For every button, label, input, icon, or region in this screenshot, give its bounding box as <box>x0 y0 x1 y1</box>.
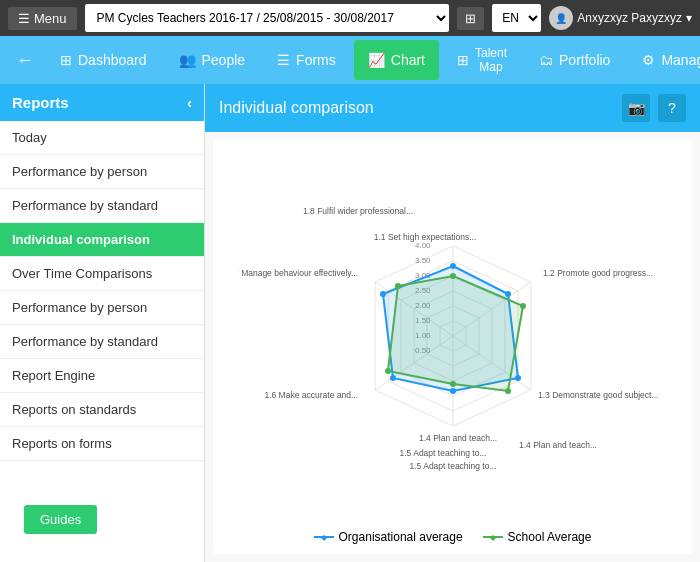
svg-point-29 <box>450 381 456 387</box>
svg-text:1.5 Adapt teaching to...: 1.5 Adapt teaching to... <box>399 448 486 458</box>
sidebar-title: Reports <box>12 94 69 111</box>
sidebar-header: Reports ‹ <box>0 84 204 121</box>
grid-icon-button[interactable]: ⊞ <box>457 7 484 30</box>
sidebar-item-reports-on-forms[interactable]: Reports on forms <box>0 427 204 461</box>
cycle-select[interactable]: PM Cycles Teachers 2016-17 / 25/08/2015 … <box>85 4 450 32</box>
legend-org-avg-label: Organisational average <box>339 530 463 544</box>
sidebar-item-perf-by-person-1[interactable]: Performance by person <box>0 155 204 189</box>
sidebar: Reports ‹ Today Performance by person Pe… <box>0 84 205 562</box>
chart-header: Individual comparison 📷 ? <box>205 84 700 132</box>
sidebar-item-perf-by-standard-1[interactable]: Performance by standard <box>0 189 204 223</box>
svg-point-20 <box>450 263 456 269</box>
sidebar-item-individual-comparison[interactable]: Individual comparison <box>0 223 204 257</box>
svg-point-21 <box>505 291 511 297</box>
tab-people[interactable]: 👥 People <box>165 40 260 80</box>
svg-text:1.8 Fulfil wider professional.: 1.8 Fulfil wider professional... <box>302 206 412 216</box>
radar-container: 4.00 3.50 3.00 2.50 2.00 1.50 1.00 0.50 <box>223 150 682 522</box>
forms-icon: ☰ <box>277 52 290 68</box>
menu-icon: ☰ <box>18 11 30 26</box>
nav-bar: ← ⊞ Dashboard 👥 People ☰ Forms 📈 Chart ⊞… <box>0 36 700 84</box>
svg-text:1.4 Plan and teach...: 1.4 Plan and teach... <box>419 433 497 443</box>
sidebar-item-reports-on-standards[interactable]: Reports on standards <box>0 393 204 427</box>
tab-portfolio[interactable]: 🗂 Portfolio <box>525 40 624 80</box>
svg-point-26 <box>450 273 456 279</box>
legend-school-avg-label: School Average <box>508 530 592 544</box>
tab-forms[interactable]: ☰ Forms <box>263 40 350 80</box>
tab-manage[interactable]: ⚙ Manage <box>628 40 700 80</box>
language-select[interactable]: EN <box>492 4 541 32</box>
tab-dashboard[interactable]: ⊞ Dashboard <box>46 40 161 80</box>
legend-org-avg: Organisational average <box>314 530 463 544</box>
legend-org-avg-line <box>314 536 334 538</box>
sidebar-item-perf-by-person-2[interactable]: Performance by person <box>0 291 204 325</box>
portfolio-icon: 🗂 <box>539 52 553 68</box>
svg-text:1.6 Make accurate and...: 1.6 Make accurate and... <box>264 390 358 400</box>
people-icon: 👥 <box>179 52 196 68</box>
user-info: 👤 Anxyzxyz Paxyzxyz ▾ <box>549 6 692 30</box>
sidebar-item-over-time[interactable]: Over Time Comparisons <box>0 257 204 291</box>
chart-body: 4.00 3.50 3.00 2.50 2.00 1.50 1.00 0.50 <box>213 140 692 554</box>
svg-text:4.00: 4.00 <box>415 241 431 250</box>
chevron-down-icon: ▾ <box>686 11 692 25</box>
gear-icon: ⚙ <box>642 52 655 68</box>
camera-button[interactable]: 📷 <box>622 94 650 122</box>
sidebar-item-perf-by-standard-2[interactable]: Performance by standard <box>0 325 204 359</box>
sidebar-item-today[interactable]: Today <box>0 121 204 155</box>
chart-title: Individual comparison <box>219 99 374 117</box>
svg-text:1.4 Plan and teach...: 1.4 Plan and teach... <box>519 440 597 450</box>
svg-point-24 <box>390 375 396 381</box>
chart-legend: Organisational average School Average <box>314 530 592 544</box>
svg-point-22 <box>515 375 521 381</box>
legend-school-avg-line <box>483 536 503 538</box>
svg-point-25 <box>380 291 386 297</box>
svg-point-31 <box>395 283 401 289</box>
radar-chart: 4.00 3.50 3.00 2.50 2.00 1.50 1.00 0.50 <box>238 186 668 486</box>
main-content: Reports ‹ Today Performance by person Pe… <box>0 84 700 562</box>
svg-text:1.2 Promote good progress...: 1.2 Promote good progress... <box>543 268 653 278</box>
tab-talent-map[interactable]: ⊞ TalentMap <box>443 40 521 80</box>
chart-area: Individual comparison 📷 ? <box>205 84 700 562</box>
svg-text:1.1 Set high expectations...: 1.1 Set high expectations... <box>373 232 476 242</box>
svg-point-27 <box>520 303 526 309</box>
chart-header-icons: 📷 ? <box>622 94 686 122</box>
tab-chart[interactable]: 📈 Chart <box>354 40 439 80</box>
svg-text:1.7 Manage behaviour effective: 1.7 Manage behaviour effectively... <box>238 268 358 278</box>
svg-text:1.3 Demonstrate good subject..: 1.3 Demonstrate good subject... <box>538 390 659 400</box>
sidebar-collapse-icon[interactable]: ‹ <box>187 94 192 111</box>
help-button[interactable]: ? <box>658 94 686 122</box>
dashboard-icon: ⊞ <box>60 52 72 68</box>
top-bar: ☰ Menu PM Cycles Teachers 2016-17 / 25/0… <box>0 0 700 36</box>
menu-button[interactable]: ☰ Menu <box>8 7 77 30</box>
svg-point-23 <box>450 388 456 394</box>
avatar: 👤 <box>549 6 573 30</box>
guides-button[interactable]: Guides <box>24 505 97 534</box>
chart-icon: 📈 <box>368 52 385 68</box>
menu-label: Menu <box>34 11 67 26</box>
legend-school-avg: School Average <box>483 530 592 544</box>
svg-point-30 <box>385 368 391 374</box>
sidebar-item-report-engine[interactable]: Report Engine <box>0 359 204 393</box>
svg-text:3.50: 3.50 <box>415 256 431 265</box>
svg-point-28 <box>505 388 511 394</box>
back-button[interactable]: ← <box>8 46 42 75</box>
user-name: Anxyzxyz Paxyzxyz <box>577 11 682 25</box>
talent-map-icon: ⊞ <box>457 52 469 68</box>
svg-text:1.5 Adapt teaching to...: 1.5 Adapt teaching to... <box>409 461 496 471</box>
